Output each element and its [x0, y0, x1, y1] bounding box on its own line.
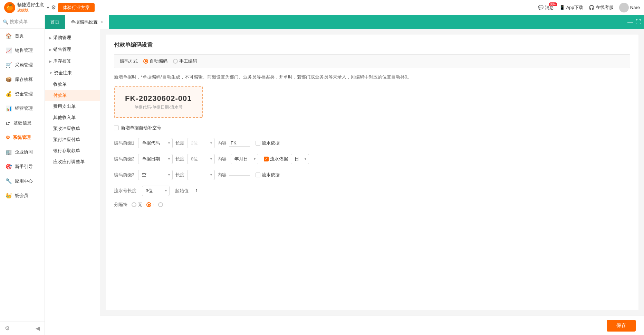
encoding-radio-group: 自动编码 手工编码 [143, 58, 197, 64]
minimize-icon[interactable]: — [627, 19, 633, 25]
sidebar-item-inventory[interactable]: 📦 库存核算 [0, 72, 45, 87]
sec-nav-item-bank[interactable]: 银行存取款单 [45, 145, 100, 156]
prefix3-stream-check[interactable]: 流水依据 [256, 172, 280, 178]
search-label: 搜索菜单 [10, 19, 28, 25]
auto-encode-dot [143, 59, 148, 64]
prefix2-select[interactable]: 单据日期 [138, 154, 173, 164]
purchase-icon: 🛒 [6, 62, 12, 68]
sep-none-label: 无 [138, 202, 142, 208]
panel-content: 付款单编码设置 编码方式 自动编码 手工编码 [106, 35, 638, 310]
sidebar-search[interactable]: 🔍 搜索菜单 [0, 15, 45, 29]
sep-radio-dot[interactable]: · [146, 202, 154, 207]
sidebar-item-purchase[interactable]: 🛒 采购管理 [0, 58, 45, 72]
sidebar-item-enterprise[interactable]: 🏢 企业协同 [0, 145, 45, 159]
sidebar-item-guide[interactable]: 🎯 新手引导 [0, 159, 45, 174]
info-text: 新增单据时，*单据编码*自动生成，不可编辑。前缀设置为部门、业务员等档案类，开单… [114, 74, 630, 81]
sec-nav-item-payment[interactable]: 付款单 [45, 90, 100, 101]
prefix1-stream-label: 流水依据 [262, 140, 280, 146]
app-logo: 🍊 畅捷通好生意 旗舰版 [4, 2, 44, 13]
serial-row: 流水号长度 3位 ▾ 起始值 1 [114, 186, 630, 196]
prefix1-stream-check[interactable]: 流水依据 [256, 140, 280, 146]
code-preview-box: FK-20230602-001 单据代码-单据日期-流水号 [114, 86, 203, 118]
messages-button[interactable]: 💬 消息 99+ [538, 4, 554, 11]
prefix2-select-wrapper: 单据日期 ▾ [138, 154, 173, 164]
logo-text-block: 畅捷通好生意 旗舰版 [17, 2, 44, 13]
prefix2-day-select[interactable]: 日 [291, 154, 309, 164]
manual-encode-radio[interactable]: 手工编码 [173, 58, 197, 64]
serial-start-value: 1 [194, 187, 208, 194]
prefix1-length-label: 长度 [175, 140, 184, 146]
sidebar-item-basic[interactable]: 🗂 基础信息 [0, 116, 45, 130]
prefix3-length-select[interactable] [187, 170, 215, 180]
user-profile[interactable]: Nare [619, 3, 640, 12]
sec-nav-item-other-income[interactable]: 其他收入单 [45, 112, 100, 123]
tab-current[interactable]: 单据编码设置 × [65, 15, 109, 29]
auto-encode-radio[interactable]: 自动编码 [143, 58, 167, 64]
prefix1-select-wrapper: 单据代码 ▾ [138, 138, 173, 148]
sec-nav-header-inventory[interactable]: ▶ 库存核算 [45, 55, 100, 67]
sep-radio-dash[interactable]: · [158, 202, 166, 207]
sidebar-item-home[interactable]: 🏠 首页 [0, 29, 45, 43]
prefix3-select[interactable]: 空 [138, 170, 173, 180]
prefix2-length-select[interactable]: 8位 [187, 154, 215, 164]
tab-close-icon[interactable]: × [100, 20, 103, 25]
sec-nav-header-sales[interactable]: ▶ 销售管理 [45, 44, 100, 55]
member-icon: 👑 [6, 193, 12, 199]
settings-bottom-icon[interactable]: ⚙ [5, 325, 10, 332]
prefix1-length-wrapper: 2位 ▾ [187, 138, 215, 148]
sec-nav-item-prepay-pay[interactable]: 预付冲应付单 [45, 134, 100, 145]
code-preview-sub: 单据代码-单据日期-流水号 [125, 104, 192, 110]
sidebar-item-system[interactable]: ⚙ 系统管理 [0, 130, 45, 145]
operations-icon: 📊 [6, 105, 12, 112]
auto-fill-checkbox[interactable] [114, 125, 119, 130]
main-layout: 🔍 搜索菜单 🏠 首页 📈 销售管理 🛒 采购管理 📦 库存核算 💰 资金管理 … [0, 15, 644, 335]
sidebar-item-member[interactable]: 👑 畅会员 [0, 188, 45, 203]
prefix1-length-select[interactable]: 2位 [187, 138, 215, 148]
enterprise-icon: 🏢 [6, 149, 12, 155]
sec-nav-group-sales: ▶ 销售管理 [45, 44, 100, 55]
tab-home[interactable]: 首页 [45, 15, 65, 29]
sep-radio-none[interactable]: 无 [132, 202, 142, 208]
serial-start-label: 起始值 [175, 188, 189, 194]
prefix3-content-value [229, 174, 250, 176]
trial-button[interactable]: 体验行业方案 [58, 3, 95, 12]
serial-length-select[interactable]: 3位 [142, 186, 170, 196]
sidebar-item-operations[interactable]: 📊 经营管理 [0, 101, 45, 116]
sec-nav-header-purchase[interactable]: ▶ 采购管理 [45, 32, 100, 44]
sec-nav-item-expense[interactable]: 费用支出单 [45, 101, 100, 112]
sidebar-item-label: 经营管理 [15, 105, 33, 112]
sidebar-item-sales[interactable]: 📈 销售管理 [0, 43, 45, 58]
prefix2-content-select[interactable]: 年月日 [231, 154, 258, 164]
finance-icon: 💰 [6, 91, 12, 97]
basic-icon: 🗂 [6, 120, 11, 126]
sec-nav-item-prepay-receive[interactable]: 预收冲应收单 [45, 123, 100, 134]
expand-icon[interactable]: ⛶ [636, 19, 641, 25]
prefix2-stream-checkbox[interactable]: ✓ [264, 157, 269, 161]
config-row-prefix2: 编码前缀2 单据日期 ▾ 长度 8位 ▾ [114, 154, 630, 164]
save-button[interactable]: 保存 [607, 320, 636, 332]
prefix3-stream-checkbox[interactable] [256, 173, 260, 177]
sidebar-item-label: 库存核算 [15, 76, 33, 83]
sec-nav-group-inventory: ▶ 库存核算 [45, 55, 100, 67]
online-service-label: 在线客服 [596, 4, 614, 11]
prefix1-select[interactable]: 单据代码 [138, 138, 173, 148]
settings-gear-icon[interactable]: ⚙ [51, 4, 56, 11]
prefix3-stream-label: 流水依据 [262, 172, 280, 178]
prefix3-select-wrapper: 空 ▾ [138, 170, 173, 180]
sec-nav-item-adjust[interactable]: 应收应付调整单 [45, 156, 100, 167]
secondary-nav: ▶ 采购管理 ▶ 销售管理 ▶ 库存核算 [45, 29, 100, 335]
user-avatar [619, 3, 629, 12]
prefix2-stream-check[interactable]: ✓ 流水依据 [264, 156, 288, 162]
collapse-icon[interactable]: ◀ [36, 325, 40, 332]
sec-nav-header-finance[interactable]: ▼ 资金往来 [45, 67, 100, 79]
sec-nav-item-receipt[interactable]: 收款单 [45, 79, 100, 90]
online-service-button[interactable]: 🎧 在线客服 [589, 4, 614, 11]
prefix1-stream-checkbox[interactable] [256, 141, 260, 146]
download-icon: 📱 [559, 5, 565, 10]
dropdown-arrow-icon[interactable]: ▾ [47, 5, 49, 10]
auto-fill-row: 新增单据自动补空号 [114, 125, 630, 131]
app-download-button[interactable]: 📱 App下载 [559, 4, 583, 11]
prefix1-content-value: FK [229, 140, 250, 147]
sidebar-item-finance[interactable]: 💰 资金管理 [0, 87, 45, 101]
sidebar-item-apps[interactable]: 🔧 应用中心 [0, 174, 45, 188]
